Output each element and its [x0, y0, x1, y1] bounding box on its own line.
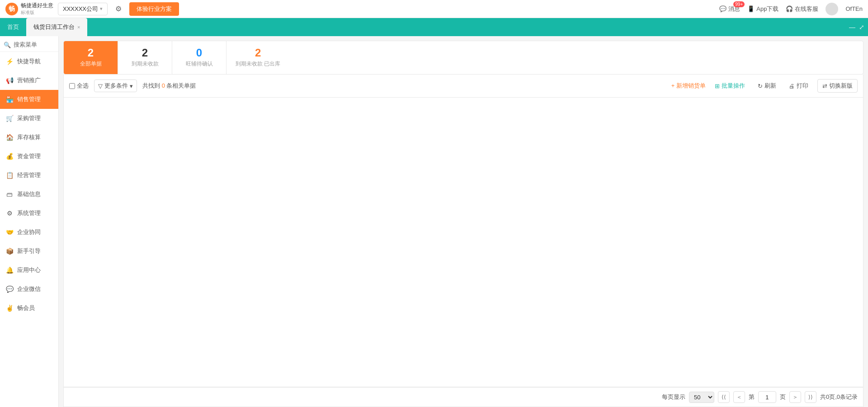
logo-text: 畅捷通好生意 标准版 — [21, 2, 53, 15]
message-button[interactable]: 💬 消息 99+ — [719, 5, 740, 13]
batch-icon: ⊞ — [715, 83, 720, 89]
print-label: 打印 — [797, 82, 808, 90]
service-icon: 🎧 — [786, 5, 793, 12]
sidebar-item-label: 畅会员 — [17, 304, 35, 312]
toolbar: 全选 ▽ 更多条件 ▾ 共找到 0 条相关单据 + 新增销货单 ⊞ — [63, 75, 863, 98]
toolbar-left: 全选 ▽ 更多条件 ▾ 共找到 0 条相关单据 — [69, 80, 196, 92]
sidebar-item-quick-nav[interactable]: ⚡ 快捷导航 — [0, 52, 58, 71]
print-button[interactable]: 🖨 打印 — [785, 80, 812, 92]
stat-tab-overdue[interactable]: 2 到期未收款 — [118, 41, 172, 74]
select-all-checkbox[interactable]: 全选 — [69, 82, 89, 90]
stat-num-all: 2 — [73, 47, 108, 58]
per-page-select[interactable]: 10 20 50 100 — [689, 392, 714, 403]
filter-icon: ▽ — [98, 83, 103, 89]
sidebar-item-purchase[interactable]: 🛒 采购管理 — [0, 109, 58, 128]
switch-version-button[interactable]: ⇄ 切换新版 — [817, 79, 858, 93]
result-suffix: 条相关单据 — [166, 82, 196, 89]
sidebar-item-inventory[interactable]: 🏠 库存核算 — [0, 128, 58, 147]
member-icon: ✌ — [5, 304, 14, 312]
trial-button[interactable]: 体验行业方案 — [129, 2, 179, 16]
page-label-end: 页 — [780, 393, 786, 401]
app-version: 标准版 — [21, 9, 53, 15]
sidebar-item-enterprise-wechat[interactable]: 💬 企业微信 — [0, 280, 58, 299]
stat-label-pending: 旺辅待确认 — [181, 60, 217, 68]
settings-button[interactable]: ⚙ — [112, 3, 125, 15]
stat-num-overdue: 2 — [127, 47, 163, 58]
sidebar-item-app-center[interactable]: 🔔 应用中心 — [0, 261, 58, 280]
sidebar-item-system[interactable]: ⚙ 系统管理 — [0, 204, 58, 223]
tab-home[interactable]: 首页 — [0, 18, 26, 36]
print-icon: 🖨 — [789, 83, 795, 89]
app-download-label: App下载 — [756, 5, 778, 13]
top-left: 畅 畅捷通好生意 标准版 XXXXXX公司 ▾ ⚙ 体验行业方案 — [5, 2, 179, 16]
system-icon: ⚙ — [5, 209, 14, 217]
avatar-name: OfTEn — [845, 5, 863, 12]
sidebar-item-guide[interactable]: 📦 新手引导 — [0, 242, 58, 261]
batch-action-button[interactable]: ⊞ 批量操作 — [711, 80, 749, 92]
sidebar-item-finance[interactable]: 💰 资金管理 — [0, 147, 58, 166]
sidebar-item-member[interactable]: ✌ 畅会员 — [0, 299, 58, 318]
stat-tab-pending[interactable]: 0 旺辅待确认 — [172, 41, 226, 74]
sidebar-item-marketing[interactable]: 📢 营销推广 — [0, 71, 58, 90]
logo-icon: 畅 — [5, 3, 18, 15]
online-service-button[interactable]: 🎧 在线客服 — [786, 5, 818, 13]
operations-icon: 📋 — [5, 171, 14, 179]
marketing-icon: 📢 — [5, 76, 14, 84]
refresh-button[interactable]: ↻ 刷新 — [754, 80, 780, 92]
company-selector[interactable]: XXXXXX公司 ▾ — [58, 3, 108, 15]
result-text: 共找到 0 条相关单据 — [142, 82, 196, 90]
table-area — [63, 98, 863, 387]
stat-tab-overdue-out[interactable]: 2 到期未收款 已出库 — [226, 41, 289, 74]
sidebar-item-label: 企业协同 — [17, 228, 41, 236]
tab-active[interactable]: 钱货日清工作台 × — [26, 18, 87, 36]
sidebar-item-basic-info[interactable]: 🗃 基础信息 — [0, 185, 58, 204]
sidebar-item-label: 企业微信 — [17, 285, 41, 293]
switch-label: 切换新版 — [829, 82, 853, 90]
sidebar-item-label: 新手引导 — [17, 247, 41, 255]
finance-icon: 💰 — [5, 152, 14, 160]
inventory-icon: 🏠 — [5, 133, 14, 141]
sidebar-item-cooperation[interactable]: 🤝 企业协同 — [0, 223, 58, 242]
maximize-icon[interactable]: ⤢ — [859, 23, 864, 31]
page-input[interactable] — [758, 391, 776, 403]
top-right: 💬 消息 99+ 📱 App下载 🎧 在线客服 OfTEn — [719, 3, 863, 15]
new-order-button[interactable]: + 新增销货单 — [671, 82, 706, 90]
sidebar-item-operations[interactable]: 📋 经营管理 — [0, 166, 58, 185]
stats-tabs: 2 全部单据 2 到期未收款 0 旺辅待确认 2 到期未收款 已出库 — [63, 41, 863, 75]
minimize-icon[interactable]: — — [849, 23, 855, 31]
sidebar-item-label: 系统管理 — [17, 209, 41, 217]
logo-area: 畅 畅捷通好生意 标准版 — [5, 2, 53, 15]
sidebar: 🔍 搜索菜单 ⚡ 快捷导航 📢 营销推广 🏪 销售管理 🛒 采购管理 🏠 库存核… — [0, 36, 59, 407]
filter-button[interactable]: ▽ 更多条件 ▾ — [94, 80, 137, 92]
pagination-bar: 每页显示 10 20 50 100 ⟨⟨ ＜ 第 页 ＞ ⟩⟩ 共0页,0条记录 — [63, 387, 863, 407]
result-prefix: 共找到 — [142, 82, 160, 89]
prev-page-button[interactable]: ＜ — [733, 391, 745, 403]
cooperation-icon: 🤝 — [5, 228, 14, 236]
sidebar-item-sales[interactable]: 🏪 销售管理 — [0, 90, 58, 109]
app-download-button[interactable]: 📱 App下载 — [747, 5, 778, 13]
stat-tab-all[interactable]: 2 全部单据 — [64, 41, 118, 74]
last-page-button[interactable]: ⟩⟩ — [805, 391, 816, 403]
close-tab-icon[interactable]: × — [77, 24, 80, 30]
guide-icon: 📦 — [5, 247, 14, 255]
home-tab-label: 首页 — [7, 23, 19, 31]
basic-info-icon: 🗃 — [5, 190, 14, 198]
tab-bar-actions: — ⤢ — [849, 23, 864, 31]
chevron-down-icon: ▾ — [130, 83, 133, 89]
search-menu-button[interactable]: 🔍 搜索菜单 — [0, 36, 58, 52]
refresh-icon: ↻ — [758, 83, 763, 89]
avatar[interactable] — [826, 3, 838, 15]
per-page-label: 每页显示 — [662, 393, 685, 401]
select-all-input[interactable] — [69, 83, 75, 89]
chevron-down-icon: ▾ — [100, 6, 103, 12]
switch-icon: ⇄ — [822, 83, 827, 89]
stat-label-all: 全部单据 — [73, 60, 108, 68]
first-page-button[interactable]: ⟨⟨ — [718, 391, 730, 403]
enterprise-wechat-icon: 💬 — [5, 285, 14, 293]
sidebar-item-label: 应用中心 — [17, 266, 41, 274]
next-page-button[interactable]: ＞ — [789, 391, 801, 403]
stat-num-overdue-out: 2 — [236, 47, 280, 58]
sidebar-item-label: 基础信息 — [17, 190, 41, 198]
sidebar-item-label: 采购管理 — [17, 114, 41, 122]
company-name: XXXXXX公司 — [63, 5, 98, 13]
